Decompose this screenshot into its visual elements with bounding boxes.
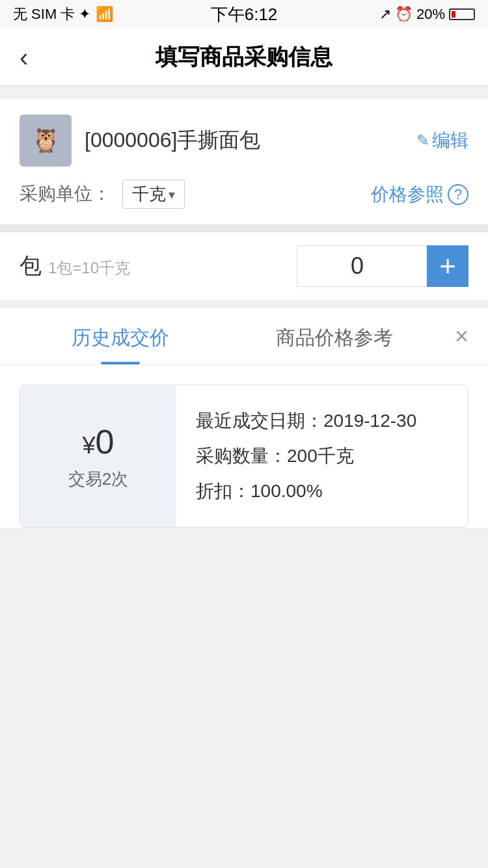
nav-bar: ‹ 填写商品采购信息 [0,29,488,86]
discount-value: 100.00% [251,481,323,501]
qty-input-row: + [297,245,468,287]
product-name: [0000006]手撕面包 [85,126,260,155]
quantity-row: 包 1包=10千克 + [0,232,488,300]
page-title: 填写商品采购信息 [156,42,332,72]
price-ref-label: 价格参照 [371,182,444,207]
wifi-icon: 📶 [96,6,113,23]
location-icon: ↗ [379,6,391,23]
qty-note: 1包=10千克 [48,258,130,278]
product-top-row: 🦉 [0000006]手撕面包 ✎ 编辑 [20,115,468,167]
product-thumbnail: 🦉 [20,115,72,167]
edit-icon: ✎ [416,131,429,150]
tab-close-button[interactable]: × [448,316,475,357]
qty-left: 包 1包=10千克 [20,251,130,281]
section-divider [0,224,488,232]
alarm-icon: ⏰ [395,6,413,23]
unit-label: 采购单位： [20,183,111,204]
qty-label: 采购数量： [196,446,287,466]
status-bar: 无 SIM 卡 ✦ 📶 下午6:12 ↗ ⏰ 20% [0,0,488,29]
help-icon: ? [448,184,468,205]
price-value: 0 [96,423,115,461]
txn-discount-row: 折扣：100.00% [196,479,448,504]
dropdown-arrow-icon: ▾ [169,187,175,202]
price-ref-button[interactable]: 价格参照 ? [371,182,468,207]
edit-button[interactable]: ✎ 编辑 [416,128,468,153]
txn-count: 交易2次 [68,468,128,491]
tab-history-price[interactable]: 历史成交价 [13,308,227,364]
status-left: 无 SIM 卡 ✦ 📶 [13,5,113,24]
battery-pct: 20% [416,6,445,23]
product-left: 🦉 [0000006]手撕面包 [20,115,260,167]
status-right: ↗ ⏰ 20% [379,6,475,23]
back-button[interactable]: ‹ [13,38,34,77]
edit-label: 编辑 [432,128,468,153]
date-label: 最近成交日期： [196,411,323,431]
transaction-card: ¥0 交易2次 最近成交日期：2019-12-30 采购数量：200千克 折扣：… [20,385,468,528]
price-symbol: ¥ [83,432,96,459]
qty-plus-button[interactable]: + [427,245,468,287]
qty-value: 200千克 [287,446,354,466]
status-time: 下午6:12 [211,3,278,26]
txn-left-panel: ¥0 交易2次 [20,385,176,527]
txn-date-row: 最近成交日期：2019-12-30 [196,409,448,433]
owl-logo-icon: 🦉 [31,127,61,154]
product-card: 🦉 [0000006]手撕面包 ✎ 编辑 采购单位： 千克 ▾ 价格参照 ? [0,99,488,224]
tab-header: 历史成交价 商品价格参考 × [0,308,488,365]
no-sim-text: 无 SIM 卡 ✦ [13,5,90,24]
qty-unit-label: 包 [20,251,42,281]
txn-price: ¥0 [83,422,115,461]
quantity-input[interactable] [297,245,427,287]
txn-qty-row: 采购数量：200千克 [196,444,448,468]
battery-icon [449,8,475,20]
unit-dropdown[interactable]: 千克 ▾ [122,180,185,209]
unit-value: 千克 [132,183,166,206]
date-value: 2019-12-30 [323,411,416,431]
discount-label: 折扣： [196,481,251,501]
tab-panel: 历史成交价 商品价格参考 × ¥0 交易2次 最近成交日期：2019-12-30… [0,308,488,528]
bottom-area [0,547,488,868]
product-unit-row: 采购单位： 千克 ▾ 价格参照 ? [20,180,468,209]
tab-product-price-ref[interactable]: 商品价格参考 [227,308,441,364]
txn-right-panel: 最近成交日期：2019-12-30 采购数量：200千克 折扣：100.00% [176,385,468,527]
unit-left: 采购单位： 千克 ▾ [20,180,185,209]
